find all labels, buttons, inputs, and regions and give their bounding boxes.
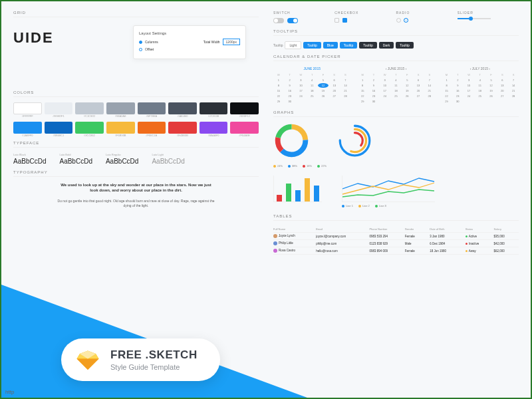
switch-label: SWITCH: [273, 11, 334, 15]
color-swatch[interactable]: [200, 122, 228, 134]
typography-sample-1: We used to look up at the sky and wonder…: [57, 182, 216, 194]
tooltip-dark: Tooltip: [396, 42, 413, 49]
checkbox-off[interactable]: [334, 18, 339, 23]
color-swatch[interactable]: [168, 122, 197, 134]
table-row[interactable]: Philip Littlephilip@me.com0123 838 929Ma…: [273, 240, 519, 247]
typeface-sample: AaBbCcDd: [152, 158, 184, 165]
calendar-grid[interactable]: MTWTFSS123456789101112131415161718192021…: [442, 72, 519, 104]
tooltip-light: Light: [285, 41, 301, 49]
offset-label: Offset: [145, 47, 154, 51]
color-label: #F04A9E: [230, 134, 259, 137]
calendar-grid[interactable]: MTWTFSS123456789101112131415161718192021…: [273, 72, 350, 104]
radio-on[interactable]: [404, 18, 408, 23]
calendar-month[interactable]: ‹ JULY 2015 ›: [442, 66, 519, 70]
tooltip-blue: Tooltip: [303, 42, 321, 49]
color-label: #F06C1A: [138, 134, 166, 137]
typeface-label: Lato Black: [13, 153, 46, 156]
switch-off[interactable]: [273, 18, 284, 23]
color-label: #0B68C1: [45, 134, 73, 137]
color-swatch[interactable]: [13, 102, 42, 114]
color-swatch[interactable]: [13, 122, 42, 134]
color-swatch[interactable]: [138, 102, 166, 114]
svg-point-6: [347, 133, 363, 149]
section-tooltips: TOOLTIPS: [273, 29, 519, 36]
banner-subtitle: Style Guide Template: [110, 363, 198, 371]
settings-title: Layout Settings: [139, 31, 240, 35]
color-swatch[interactable]: [45, 122, 73, 134]
bar: [295, 190, 301, 202]
legend-item: Line 1: [342, 204, 353, 207]
calendar-month[interactable]: ‹ JUNE 2015 ›: [357, 66, 434, 70]
tooltip-dark: Tooltip: [359, 42, 376, 49]
bar: [277, 195, 282, 201]
radio-off[interactable]: [396, 18, 401, 23]
columns-label: Columns: [145, 40, 158, 44]
calendar-grid[interactable]: MTWTFSS123456789101112131415161718192021…: [357, 72, 434, 104]
svg-marker-10: [77, 359, 88, 370]
line-chart: [342, 176, 435, 202]
data-table: Full NameEmailPhone NumberGenderDate of …: [273, 226, 519, 255]
typeface-label: Lato Light: [152, 153, 184, 156]
color-label: #FFFFFF: [13, 114, 42, 118]
layout-settings-card: Layout Settings Columns Total Width 1200…: [133, 25, 246, 59]
color-swatch[interactable]: [75, 122, 104, 134]
section-calendar: CALENDAR & DATE PICKER: [273, 55, 519, 61]
bar-chart: [273, 176, 322, 202]
total-width-label: Total Width: [203, 40, 220, 44]
legend-item: 24%: [273, 164, 283, 168]
typeface-label: Lato Regular: [106, 153, 138, 156]
bar: [305, 178, 310, 201]
table-row[interactable]: Joyce Lynchjoyce.l@company.com0983 533 2…: [273, 233, 519, 240]
color-label: #0D0F12: [230, 114, 259, 118]
color-label: #C1C9D2: [75, 114, 104, 118]
calendar-month[interactable]: JUNE 2015: [273, 66, 350, 70]
section-typography: TYPOGRAPHY: [13, 170, 259, 177]
slider[interactable]: [458, 18, 491, 19]
color-swatch[interactable]: [230, 102, 259, 114]
radio-label: RADIO: [396, 11, 458, 15]
color-label: #E43B3B: [168, 134, 197, 137]
color-label: #98A2AE: [106, 114, 135, 118]
color-label: #6F7B8A: [138, 114, 166, 118]
sketch-icon: [76, 348, 100, 372]
section-colors: COLORS: [13, 90, 259, 97]
color-swatch[interactable]: [106, 122, 135, 134]
switch-on[interactable]: [287, 18, 298, 23]
url-hint: http: [5, 389, 14, 395]
color-swatch[interactable]: [45, 102, 73, 114]
checkbox-on[interactable]: [342, 18, 347, 23]
color-swatch[interactable]: [200, 102, 228, 114]
tooltip-row-label: Tooltip: [273, 43, 283, 47]
color-swatch[interactable]: [106, 102, 135, 114]
radio-icon[interactable]: [139, 41, 142, 44]
color-swatch[interactable]: [75, 102, 104, 114]
svg-marker-11: [88, 359, 99, 370]
typeface-sample: AaBbCcDd: [106, 158, 138, 165]
radio-icon[interactable]: [139, 48, 142, 51]
banner-pill[interactable]: FREE .SKETCH Style Guide Template: [61, 338, 220, 381]
color-label: #E9EDF1: [45, 114, 73, 118]
color-label: #8A4AF0: [200, 134, 228, 137]
legend-item: 38%: [288, 164, 297, 168]
color-label: #3CC862: [75, 134, 104, 137]
color-swatch[interactable]: [138, 122, 166, 134]
bar: [286, 184, 291, 202]
typeface-sample: AaBbCcDd: [59, 158, 92, 165]
tooltip-blue: Tooltip: [340, 42, 357, 49]
section-graphs: GRAPHS: [273, 110, 519, 117]
color-label: #F6B93B: [106, 134, 135, 137]
total-width-input[interactable]: 1200px: [223, 39, 240, 45]
tooltip-blue: Blue: [323, 42, 338, 49]
radial-chart: [336, 122, 373, 159]
typeface-sample: AaBbCcDd: [13, 158, 46, 165]
legend-item: Line 2: [358, 204, 370, 207]
color-swatch[interactable]: [168, 102, 197, 114]
legend-item: 16%: [303, 164, 312, 168]
checkbox-label: CHECKBOX: [334, 11, 396, 15]
color-swatch[interactable]: [230, 122, 259, 134]
table-row[interactable]: Rosa Castrohello@rosa.com0983 894 009Fem…: [273, 247, 519, 255]
section-tables: TABLES: [273, 214, 519, 221]
table-header: Full NameEmailPhone NumberGenderDate of …: [273, 226, 519, 233]
bar: [314, 186, 319, 201]
section-grid: GRID: [13, 11, 259, 17]
